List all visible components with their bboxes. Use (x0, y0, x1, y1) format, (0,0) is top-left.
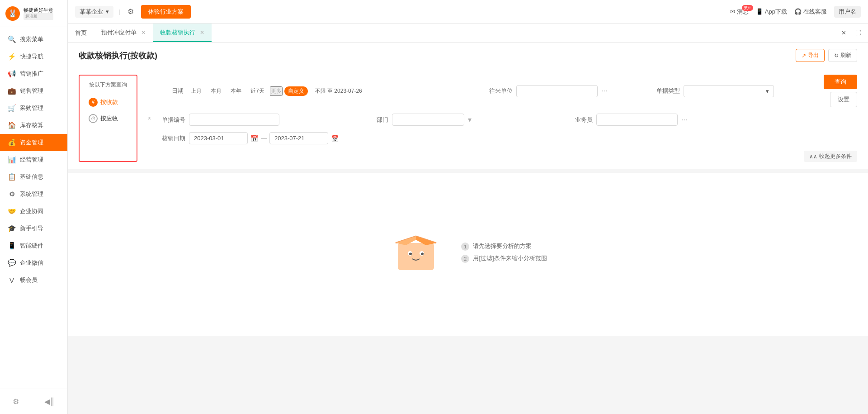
sidebar-item-member[interactable]: V 畅会员 (0, 271, 67, 289)
calendar-start-icon[interactable]: 📅 (250, 135, 258, 142)
staff-input[interactable] (596, 114, 678, 126)
tab-close-prepay[interactable]: ✕ (141, 29, 146, 36)
sidebar-item-label: 智能硬件 (20, 242, 43, 250)
brand-name: 某某企业 (80, 8, 103, 16)
date-btn-this-year[interactable]: 本年 (227, 86, 245, 97)
system-icon: ⚙ (7, 190, 16, 198)
counterpart-label: 往来单位 (489, 87, 513, 95)
dept-input[interactable] (392, 114, 464, 126)
date-btn-this-month[interactable]: 本月 (207, 86, 225, 97)
voucherno-input[interactable] (189, 114, 279, 126)
refresh-button[interactable]: ↻ 刷新 (828, 49, 857, 62)
sidebar-item-finance[interactable]: 💰 资金管理 (0, 134, 67, 151)
voucherno-label: 单据编号 (162, 116, 185, 124)
sidebar-item-label: 快捷导航 (20, 52, 43, 61)
message-button[interactable]: ✉ 消息 99+ (730, 8, 749, 16)
sidebar-item-guide[interactable]: 🎓 新手引导 (0, 220, 67, 237)
shortcut-icon: ⚡ (7, 52, 16, 61)
staff-filter-field: 业务员 ··· (571, 114, 769, 126)
filter-option-by-receipt[interactable]: ¥ 按收款 (83, 94, 133, 110)
page-actions: ↗ 导出 ↻ 刷新 (796, 49, 857, 62)
page-content: 收款核销执行(按收款) ↗ 导出 ↻ 刷新 按以下方案查询 (68, 43, 868, 414)
page-title-row: 收款核销执行(按收款) ↗ 导出 ↻ 刷新 (79, 49, 857, 67)
date-label: 日期 (162, 87, 184, 95)
logo-badge: 标准版 (24, 13, 53, 20)
date-btn-7days[interactable]: 近7天 (247, 86, 268, 97)
sidebar-logo: 🐰 畅捷通好生意 标准版 (0, 0, 67, 27)
sidebar-item-label: 基础信息 (20, 173, 43, 181)
writeoff-start-input[interactable] (189, 132, 248, 144)
filter-sidebar-title: 按以下方案查询 (83, 81, 133, 89)
logo-text-wrap: 畅捷通好生意 标准版 (24, 7, 53, 20)
query-button[interactable]: 查询 (824, 75, 857, 89)
sidebar-item-label: 企业微信 (20, 259, 43, 267)
page-title: 收款核销执行(按收款) (79, 50, 157, 61)
sidebar-footer: ⚙ ◀║ (0, 389, 67, 414)
sidebar-item-inventory[interactable]: 🏠 库存核算 (0, 117, 67, 134)
writeoff-end-input[interactable] (269, 132, 328, 144)
tab-writeoff[interactable]: 收款核销执行 ✕ (153, 24, 212, 42)
tab-close-btn[interactable]: ✕ (837, 27, 850, 39)
sidebar-item-system[interactable]: ⚙ 系统管理 (0, 186, 67, 203)
date-btn-custom[interactable]: 自定义 (284, 86, 308, 96)
setting-button[interactable]: 设置 (830, 92, 857, 107)
sidebar-nav: 🔍 搜索菜单 ⚡ 快捷导航 📢 营销推广 💼 销售管理 🛒 采购管理 🏠 库存核… (0, 27, 67, 389)
filter-collapse-toggle[interactable]: « (145, 75, 155, 162)
finance-icon: 💰 (7, 138, 16, 147)
collapse-sidebar-btn[interactable]: ◀║ (39, 394, 60, 409)
dept-chevron-icon[interactable]: ▾ (468, 115, 472, 124)
date-btn-last-month[interactable]: 上月 (187, 86, 205, 97)
sidebar-item-manage[interactable]: 📊 经营管理 (0, 151, 67, 168)
svg-point-6 (421, 252, 423, 253)
filter-option-by-receivable[interactable]: ⏱ 按应收 (83, 110, 133, 127)
app-download-button[interactable]: 📱 App下载 (756, 8, 787, 16)
vouchertype-select[interactable]: ▾ (684, 85, 774, 97)
dept-filter-field: 部门 ▾ (367, 114, 564, 126)
staff-more-icon[interactable]: ··· (681, 116, 687, 124)
solution-button[interactable]: 体验行业方案 (141, 5, 191, 19)
export-icon: ↗ (802, 52, 806, 59)
user-menu[interactable]: 用户名 (834, 6, 861, 18)
date-range-display: 不限 至 2023-07-26 (315, 87, 362, 95)
sidebar-item-wechat[interactable]: 💬 企业微信 (0, 254, 67, 271)
empty-tip-1: 1 请先选择要分析的方案 (461, 242, 547, 251)
headset-icon: 🎧 (794, 8, 802, 15)
sidebar-item-collab[interactable]: 🤝 企业协同 (0, 203, 67, 220)
phone-icon: 📱 (756, 8, 763, 15)
collapse-more-button[interactable]: ∧∧ 收起更多条件 (804, 151, 857, 162)
hardware-icon: 📱 (7, 242, 16, 250)
topbar: 某某企业 ▾ | ⚙ 体验行业方案 ✉ 消息 99+ 📱 App下载 🎧 在线客… (68, 0, 868, 24)
sidebar-item-basic[interactable]: 📋 基础信息 (0, 168, 67, 186)
calendar-end-icon[interactable]: 📅 (331, 135, 339, 142)
filter-row-3: 核销日期 📅 — 📅 (162, 132, 857, 144)
sidebar-item-purchase[interactable]: 🛒 采购管理 (0, 100, 67, 117)
dept-label: 部门 (367, 116, 388, 124)
export-button[interactable]: ↗ 导出 (796, 49, 825, 62)
topbar-brand[interactable]: 某某企业 ▾ (75, 6, 113, 18)
tab-home[interactable]: 首页 (68, 24, 94, 42)
staff-label: 业务员 (571, 116, 593, 124)
svg-point-5 (410, 252, 411, 253)
filter-sidebar: 按以下方案查询 ¥ 按收款 ⏱ 按应收 (79, 75, 137, 162)
sidebar-item-label: 营销推广 (20, 70, 43, 78)
sales-icon: 💼 (7, 87, 16, 95)
tab-prepay[interactable]: 预付冲应付单 ✕ (94, 24, 153, 42)
counterpart-more-icon[interactable]: ··· (601, 87, 607, 95)
svg-rect-0 (398, 243, 434, 270)
counterpart-input[interactable] (516, 85, 598, 97)
gear-icon[interactable]: ⚙ (126, 5, 136, 18)
sidebar-item-shortcut[interactable]: ⚡ 快捷导航 (0, 48, 67, 65)
tab-close-writeoff[interactable]: ✕ (200, 29, 204, 36)
manage-icon: 📊 (7, 156, 16, 164)
filter-row-1: 日期 上月 本月 本年 近7天 更多 自定义 不限 至 2023-07-26 往… (162, 75, 857, 107)
tip-num-1: 1 (461, 243, 469, 251)
purchase-icon: 🛒 (7, 104, 16, 112)
sidebar-item-hardware[interactable]: 📱 智能硬件 (0, 237, 67, 254)
tab-expand-btn[interactable]: ⛶ (852, 27, 864, 39)
online-service-button[interactable]: 🎧 在线客服 (794, 8, 827, 16)
settings-footer-btn[interactable]: ⚙ (7, 394, 24, 409)
sidebar-item-marketing[interactable]: 📢 营销推广 (0, 65, 67, 82)
date-btn-more[interactable]: 更多 (270, 86, 283, 96)
sidebar-item-search[interactable]: 🔍 搜索菜单 (0, 31, 67, 48)
sidebar-item-sales[interactable]: 💼 销售管理 (0, 82, 67, 100)
